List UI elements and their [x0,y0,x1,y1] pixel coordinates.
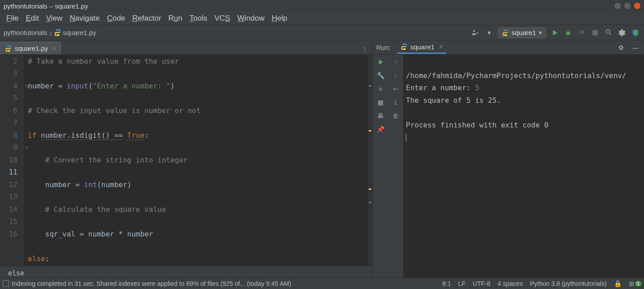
close-icon[interactable]: × [439,43,443,50]
output-prompt: Enter a number: [406,83,475,92]
run-config-selector[interactable]: square1 ▾ [498,27,546,38]
menu-window[interactable]: Window [235,13,267,24]
interpreter[interactable]: Python 3.8 (pythontutorials) [530,280,607,287]
pin-icon[interactable]: 📌 [376,125,385,134]
navigation-bar: pythontutorials › square1.py ▾ square1 ▾ [0,25,644,40]
trash-icon[interactable]: 🗑 [391,111,400,120]
python-file-icon [502,29,509,36]
indent-setting[interactable]: 4 spaces [498,280,523,287]
line-number: 16 [2,228,17,241]
stop-button[interactable]: ■ [376,84,385,93]
breadcrumb[interactable]: pythontutorials › square1.py [4,28,96,37]
cursor-position[interactable]: 6:1 [442,280,451,287]
window-maximize-button[interactable] [624,3,631,9]
rerun-button[interactable] [376,57,385,66]
scroll-end-icon[interactable]: ⤓ [391,98,400,107]
lock-icon[interactable]: 🔒 [614,280,622,287]
menu-file[interactable]: File [4,13,21,24]
more-icon[interactable]: ⋮ [361,45,368,53]
line-number: 3 [2,67,17,80]
editor-tabs: square1.py × ⋮ [0,40,372,55]
window-minimize-button[interactable] [614,3,621,9]
line-number: 15 [2,215,17,228]
svg-rect-1 [592,30,598,35]
run-tool-window: Run: square1 × ✿ — 🔧 ■ ▦ 🖶 📌 [372,40,644,277]
titlebar: pythontutorials – square1.py [0,0,644,12]
menu-navigate[interactable]: Navigate [67,13,102,24]
line-number: 4 [2,80,17,92]
menu-view[interactable]: View [44,13,65,24]
breadcrumb-root[interactable]: pythontutorials [4,29,48,36]
line-number: 13 [2,191,17,203]
line-ending[interactable]: LF [458,280,466,287]
code-editor[interactable]: 1 2 3 4 5 6 7 8 9 10 11 12 13 14 15 16 ⊟ [0,40,372,277]
gear-icon[interactable]: ✿ [616,43,626,53]
svg-point-0 [566,31,570,35]
cursor-icon [406,134,406,142]
window-close-button[interactable] [634,3,640,9]
toolwindow-toggle-icon[interactable] [3,280,9,287]
up-icon[interactable]: ↑ [391,57,400,66]
editor-tab[interactable]: square1.py × [0,42,61,54]
output-exit: Process finished with exit code 0 [406,121,548,129]
run-tab[interactable]: square1 × [397,41,446,54]
add-config-icon[interactable] [471,28,481,38]
python-file-icon [5,45,12,52]
window-title: pythontutorials – square1.py [4,2,88,10]
output-user-input: 5 [475,83,479,92]
line-number: 14 [2,203,17,216]
breadcrumb-file[interactable]: square1.py [63,29,96,36]
python-file-icon [54,29,61,36]
console-output[interactable]: /home/fahmida/PycharmProjects/pythontuto… [403,55,644,277]
line-number: 8 [2,129,17,142]
wrench-icon[interactable]: 🔧 [376,71,385,80]
search-icon[interactable] [604,28,614,38]
hide-icon[interactable]: — [631,43,640,53]
event-log-icon[interactable]: ⊞1 [629,280,641,287]
output-path: /home/fahmida/PycharmProjects/pythontuto… [406,71,626,80]
menu-tools[interactable]: Tools [187,13,210,24]
line-number: 5 [2,92,17,105]
run-label: Run: [376,44,391,51]
layout-icon[interactable]: ▦ [376,98,385,107]
menu-help[interactable]: Help [269,13,290,24]
line-number: 6 [2,105,17,117]
stop-button[interactable] [590,28,600,38]
print-icon[interactable]: 🖶 [376,111,385,120]
editor-breadcrumb[interactable]: else [0,266,372,277]
python-file-icon [400,43,408,50]
gear-icon[interactable] [617,28,627,38]
run-toolbar-nav: ↑ ↓ ↩ ⤓ 🗑 [388,55,403,277]
menu-vcs[interactable]: VCS [212,13,233,24]
softwrap-icon[interactable]: ↩ [391,84,400,93]
code-area[interactable]: # Take a number value from the user numb… [23,40,372,277]
menu-code[interactable]: Code [104,13,128,24]
down-icon[interactable]: ↓ [391,71,400,80]
run-header: Run: square1 × ✿ — [373,40,644,55]
menu-refactor[interactable]: Refactor [130,13,164,24]
run-button[interactable] [550,28,560,38]
chevron-down-icon[interactable]: ▾ [484,28,494,38]
debug-button[interactable] [563,28,573,38]
gutter: 1 2 3 4 5 6 7 8 9 10 11 12 13 14 15 16 [0,40,23,277]
output-result: The square of 5 is 25. [406,96,501,105]
status-message: Indexing completed in 31 sec. Shared ind… [12,280,291,287]
menu-run[interactable]: Run [165,13,185,24]
run-config-name: square1 [512,29,536,36]
tab-label: square1.py [15,44,48,52]
line-number: 7 [2,117,17,129]
close-icon[interactable]: × [52,45,56,52]
encoding[interactable]: UTF-8 [473,280,491,287]
run-toolbar-left: 🔧 ■ ▦ 🖶 📌 [373,55,388,277]
status-bar: Indexing completed in 31 sec. Shared ind… [0,277,644,289]
menu-edit[interactable]: Edit [23,13,41,24]
shield-icon[interactable] [631,28,640,38]
line-number: 2 [2,55,17,68]
menubar: File Edit View Navigate Code Refactor Ru… [0,12,644,25]
line-number: 10 [2,154,17,166]
coverage-button[interactable] [577,28,587,38]
scrollbar[interactable] [368,40,372,277]
line-number: 12 [2,179,17,191]
chevron-down-icon: ▾ [539,29,542,37]
line-number: 11 [2,166,17,179]
